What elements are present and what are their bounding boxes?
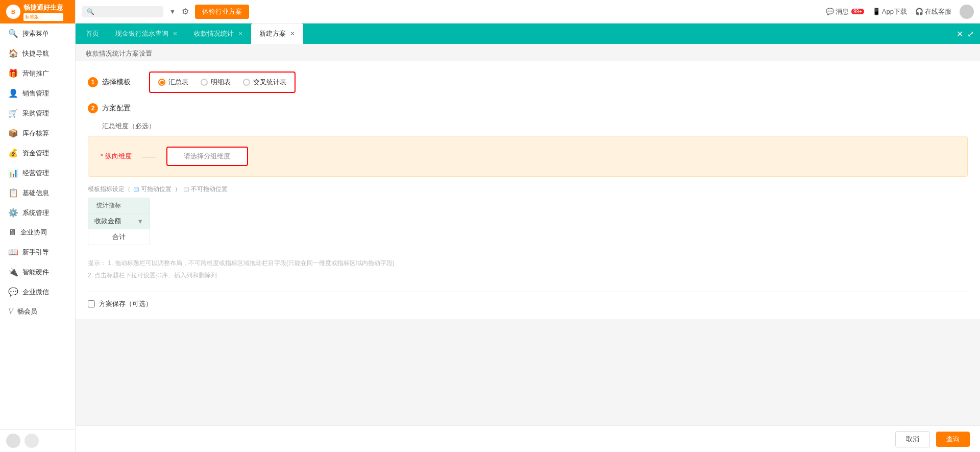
dropdown-icon: ▼ xyxy=(137,218,143,225)
sidebar-item-label: 营销推广 xyxy=(22,69,49,78)
sidebar-item-wechat[interactable]: 💬 企业微信 xyxy=(0,282,75,302)
section2-header: 2 方案配置 xyxy=(88,103,968,113)
search-bar[interactable]: 🔍 xyxy=(82,6,163,17)
legend-movable: 可拖动位置 xyxy=(134,185,172,194)
close-window-icon[interactable]: ✕ xyxy=(957,29,963,39)
user-icon: 👤 xyxy=(8,88,18,98)
industry-solution-button[interactable]: 体验行业方案 xyxy=(195,5,249,19)
sidebar-item-label: 智能硬件 xyxy=(22,268,49,277)
sidebar-item-hardware[interactable]: 🔌 智能硬件 xyxy=(0,262,75,282)
home-icon: 🏠 xyxy=(8,49,18,58)
stats-col-row[interactable]: 收款金额 ▼ xyxy=(88,213,150,229)
radio-summary-table[interactable]: 汇总表 xyxy=(158,78,188,87)
sidebar-item-marketing[interactable]: 🎁 营销推广 xyxy=(0,63,75,83)
dropdown-arrow-icon[interactable]: ▼ xyxy=(169,8,176,15)
user-avatar[interactable] xyxy=(960,5,974,19)
sidebar-item-sales[interactable]: 👤 销售管理 xyxy=(0,83,75,103)
tab-close-icon[interactable]: ✕ xyxy=(238,30,243,37)
page-body: 1 选择模板 汇总表 明细表 交叉统计表 xyxy=(76,61,980,319)
clipboard-icon: 📋 xyxy=(8,188,18,198)
app-name: 畅捷通好生意 xyxy=(23,3,63,12)
tab-new-plan[interactable]: 新建方案 ✕ xyxy=(251,23,303,44)
stats-col-label: 收款金额 xyxy=(94,217,121,226)
sidebar-item-operations[interactable]: 📊 经营管理 xyxy=(0,163,75,183)
sidebar-item-basic-info[interactable]: 📋 基础信息 xyxy=(0,183,75,203)
sidebar-item-system[interactable]: ⚙️ 系统管理 xyxy=(0,203,75,223)
tab-bank-flow[interactable]: 现金银行流水查询 ✕ xyxy=(107,23,186,44)
maximize-icon[interactable]: ⤢ xyxy=(967,29,974,39)
movable-dot-icon xyxy=(134,187,139,192)
radio-unchecked-icon xyxy=(201,79,208,86)
stats-table: 统计指标 收款金额 ▼ 合计 xyxy=(88,198,150,245)
sidebar-item-label: 企业微信 xyxy=(22,288,49,297)
tip-line-2: 2. 点击标题栏下拉可设置排序、插入列和删除列 xyxy=(88,269,968,281)
indicator-header: 模板指标设定（ 可拖动位置 ） 不可拖动位置 xyxy=(88,185,968,194)
vertical-dim-label: * 纵向维度 xyxy=(101,152,132,161)
sidebar-item-label: 基础信息 xyxy=(22,188,49,198)
sidebar-item-label: 快捷导航 xyxy=(22,49,49,58)
sidebar-item-guide[interactable]: 📖 新手引导 xyxy=(0,242,75,262)
sidebar-item-inventory[interactable]: 📦 库存核算 xyxy=(0,123,75,143)
tab-close-icon[interactable]: ✕ xyxy=(290,30,295,37)
tips-section: 提示： 1. 拖动标题栏可以调整布局，不可跨维度或指标区域拖动栏目字段(只能在同… xyxy=(88,257,968,281)
sidebar-item-finance[interactable]: 💰 资金管理 xyxy=(0,143,75,163)
service-icon: 🎧 xyxy=(915,8,923,15)
sidebar-item-nav[interactable]: 🏠 快捷导航 xyxy=(0,43,75,63)
dim-placeholder: 请选择分组维度 xyxy=(184,152,230,160)
message-area[interactable]: 💬 消息 99+ xyxy=(826,7,864,16)
sidebar-item-label: 新手引导 xyxy=(22,248,49,257)
cancel-button[interactable]: 取消 xyxy=(895,431,930,447)
sidebar-item-label: 资金管理 xyxy=(22,149,49,158)
section1-header: 1 选择模板 汇总表 明细表 交叉统计表 xyxy=(88,72,968,93)
avatar2 xyxy=(24,434,39,448)
topbar: 🔍 ▼ ⚙ 体验行业方案 💬 消息 99+ 📱 App下载 🎧 在线客服 xyxy=(76,0,980,23)
main-content: 🔍 ▼ ⚙ 体验行业方案 💬 消息 99+ 📱 App下载 🎧 在线客服 xyxy=(76,0,980,452)
sidebar-item-purchase[interactable]: 🛒 采购管理 xyxy=(0,103,75,123)
money-icon: 💰 xyxy=(8,148,18,158)
section2: 2 方案配置 汇总维度（必选） * 纵向维度 —— 请选择分组维度 模板指标设定… xyxy=(88,103,968,281)
sidebar-item-label: 畅会员 xyxy=(17,307,37,316)
fixed-dot-icon xyxy=(184,187,189,192)
sidebar-logo: B 畅捷通好生意 标准版 xyxy=(0,0,75,23)
online-service-link[interactable]: 🎧 在线客服 xyxy=(915,7,951,16)
chart-icon: 📊 xyxy=(8,168,18,178)
stats-total-row: 合计 xyxy=(88,229,150,245)
wechat-icon: 💬 xyxy=(8,287,18,297)
section1-num: 1 xyxy=(88,77,98,87)
sidebar-item-label: 搜索菜单 xyxy=(22,29,49,38)
sidebar-item-collab[interactable]: 🖥 企业协同 xyxy=(0,223,75,242)
hardware-icon: 🔌 xyxy=(8,267,18,277)
sidebar-item-member[interactable]: V 畅会员 xyxy=(0,302,75,321)
tab-home[interactable]: 首页 xyxy=(78,23,107,44)
message-label: 消息 xyxy=(836,7,849,16)
query-button[interactable]: 查询 xyxy=(936,432,970,447)
tabs-bar: 首页 现金银行流水查询 ✕ 收款情况统计 ✕ 新建方案 ✕ ✕ ⤢ xyxy=(76,23,980,44)
legend-fixed: 不可拖动位置 xyxy=(184,185,228,194)
section2-title: 方案配置 xyxy=(102,104,131,113)
sidebar: B 畅捷通好生意 标准版 🔍 搜索菜单 🏠 快捷导航 🎁 营销推广 👤 销售管理… xyxy=(0,0,76,452)
tab-label: 现金银行流水查询 xyxy=(115,29,168,38)
sidebar-item-label: 销售管理 xyxy=(22,89,49,98)
app-badge: 标准版 xyxy=(23,13,63,21)
app-download-link[interactable]: 📱 App下载 xyxy=(872,7,907,16)
sidebar-item-search[interactable]: 🔍 搜索菜单 xyxy=(0,23,75,43)
save-checkbox[interactable] xyxy=(88,300,95,307)
cart-icon: 🛒 xyxy=(8,108,18,118)
gear-icon: ⚙️ xyxy=(8,208,18,218)
avatar xyxy=(6,434,20,448)
sidebar-item-label: 采购管理 xyxy=(22,109,49,118)
search-icon: 🔍 xyxy=(87,8,94,15)
settings-icon[interactable]: ⚙ xyxy=(182,7,189,16)
radio-detail-table[interactable]: 明细表 xyxy=(201,78,231,87)
radio-label: 明细表 xyxy=(211,78,231,87)
indicator-section: 模板指标设定（ 可拖动位置 ） 不可拖动位置 统计指标 xyxy=(88,185,968,281)
bottom-bar: 取消 查询 xyxy=(76,425,980,452)
dim-select[interactable]: 请选择分组维度 xyxy=(166,147,248,166)
tab-receipt-stats[interactable]: 收款情况统计 ✕ xyxy=(186,23,251,44)
tab-close-icon[interactable]: ✕ xyxy=(173,30,178,37)
summary-dim-label: 汇总维度（必选） xyxy=(102,122,968,131)
sidebar-item-label: 企业协同 xyxy=(20,228,47,237)
topbar-right: 💬 消息 99+ 📱 App下载 🎧 在线客服 xyxy=(826,5,974,19)
radio-cross-table[interactable]: 交叉统计表 xyxy=(243,78,286,87)
tabs-actions: ✕ ⤢ xyxy=(957,29,978,39)
